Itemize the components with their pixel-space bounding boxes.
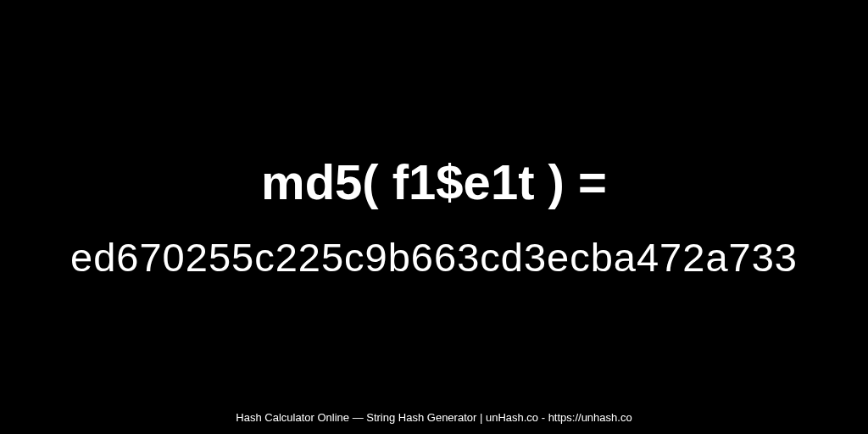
hash-result: ed670255c225c9b663cd3ecba472a733 (70, 234, 798, 281)
main-content: md5( f1$e1t ) = ed670255c225c9b663cd3ecb… (0, 0, 868, 434)
hash-expression: md5( f1$e1t ) = (261, 153, 607, 210)
footer-attribution: Hash Calculator Online — String Hash Gen… (0, 411, 868, 424)
